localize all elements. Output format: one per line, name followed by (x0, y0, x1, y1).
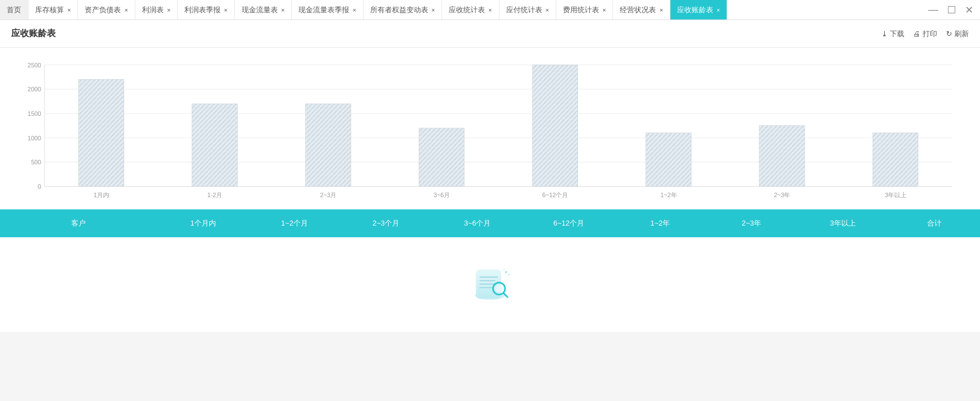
bar-chart: 250020001500100050001月内1-2月2~3月3~6月6~12个… (17, 59, 963, 204)
svg-text:0: 0 (38, 183, 41, 190)
tab-home[interactable]: 首页 (0, 0, 28, 19)
maximize-button[interactable]: ☐ (945, 2, 958, 18)
table-header-0: 客户 (0, 218, 158, 228)
tab-close-ops[interactable]: × (659, 7, 663, 13)
minimize-button[interactable]: — (926, 2, 940, 18)
chart-area: 250020001500100050001月内1-2月2~3月3~6月6~12个… (0, 48, 980, 209)
tab-profit[interactable]: 利润表× (135, 0, 178, 19)
svg-rect-26 (646, 133, 692, 187)
refresh-label: 刷新 (954, 29, 969, 39)
tab-close-ar-aging[interactable]: × (717, 7, 720, 13)
tab-ar-aging[interactable]: 应收账龄表× (670, 0, 727, 19)
svg-rect-20 (306, 104, 351, 187)
tab-cashflow-quarter[interactable]: 现金流量表季报× (292, 0, 363, 19)
svg-rect-24 (532, 65, 578, 186)
page-title: 应收账龄表 (11, 28, 56, 40)
tab-close-balance[interactable]: × (124, 7, 128, 13)
tab-cashflow[interactable]: 现金流量表× (235, 0, 292, 19)
tab-close-profit[interactable]: × (167, 7, 170, 13)
svg-rect-30 (873, 133, 918, 187)
table-header-4: 3~6个月 (432, 218, 523, 228)
empty-illustration (465, 260, 515, 310)
tab-ap-stat[interactable]: 应付统计表× (499, 0, 556, 19)
tab-expense-stat[interactable]: 费用统计表× (556, 0, 613, 19)
download-icon: ⤓ (881, 30, 888, 38)
svg-text:3年以上: 3年以上 (885, 191, 906, 198)
header-actions: ⤓ 下载 🖨 打印 ↻ 刷新 (881, 29, 969, 39)
tab-close-ap-stat[interactable]: × (546, 7, 549, 13)
svg-rect-18 (192, 104, 238, 187)
svg-text:2000: 2000 (28, 86, 41, 92)
page-header: 应收账龄表 ⤓ 下载 🖨 打印 ↻ 刷新 (0, 20, 980, 48)
svg-text:500: 500 (31, 159, 41, 165)
svg-text:2~3月: 2~3月 (320, 191, 336, 198)
refresh-button[interactable]: ↻ 刷新 (946, 29, 969, 39)
tab-bar: 首页库存核算×资产负债表×利润表×利润表季报×现金流量表×现金流量表季报×所有者… (0, 0, 980, 20)
svg-text:1~2年: 1~2年 (660, 191, 677, 198)
svg-text:1月内: 1月内 (94, 191, 109, 198)
table-header-6: 1~2年 (614, 218, 705, 228)
svg-point-44 (503, 269, 504, 270)
tab-close-ar-stat[interactable]: × (488, 7, 492, 13)
svg-text:1500: 1500 (28, 110, 41, 117)
download-button[interactable]: ⤓ 下载 (881, 29, 904, 39)
svg-point-40 (495, 285, 503, 292)
tab-close-expense-stat[interactable]: × (602, 7, 606, 13)
print-button[interactable]: 🖨 打印 (913, 29, 937, 39)
table-header-8: 3年以上 (797, 218, 889, 228)
table-body (0, 237, 980, 332)
svg-rect-22 (419, 128, 464, 187)
svg-text:1-2月: 1-2月 (207, 191, 222, 198)
svg-text:1000: 1000 (28, 134, 41, 141)
tab-equity[interactable]: 所有者权益变动表× (364, 0, 442, 19)
table-header-9: 合计 (889, 218, 980, 228)
main-content: 250020001500100050001月内1-2月2~3月3~6月6~12个… (0, 48, 980, 332)
close-button[interactable]: ✕ (963, 2, 976, 18)
empty-state (454, 248, 526, 321)
svg-rect-28 (759, 126, 805, 187)
tab-profit-quarter[interactable]: 利润表季报× (178, 0, 234, 19)
tab-close-profit-quarter[interactable]: × (224, 7, 227, 13)
table-header: 客户1个月内1~2个月2~3个月3~6个月6~12个月1~2年2~3年3年以上合… (0, 209, 980, 237)
tab-close-cashflow[interactable]: × (281, 7, 285, 13)
tab-close-inventory[interactable]: × (67, 7, 71, 13)
table-header-1: 1个月内 (158, 218, 249, 228)
svg-text:6~12个月: 6~12个月 (542, 191, 568, 198)
table-header-5: 6~12个月 (523, 218, 614, 228)
download-label: 下载 (890, 29, 904, 39)
svg-point-43 (508, 274, 510, 276)
print-icon: 🖨 (913, 30, 920, 38)
svg-text:2~3年: 2~3年 (774, 191, 790, 198)
tab-inventory[interactable]: 库存核算× (28, 0, 78, 19)
svg-text:3~6月: 3~6月 (433, 191, 449, 198)
table-header-3: 2~3个月 (340, 218, 432, 228)
table-header-7: 2~3年 (706, 218, 797, 228)
tab-ops[interactable]: 经营状况表× (613, 0, 670, 19)
refresh-icon: ↻ (946, 30, 952, 38)
svg-point-42 (505, 271, 507, 273)
print-label: 打印 (923, 29, 937, 39)
tab-bar-actions: — ☐ ✕ (926, 2, 980, 18)
tab-close-equity[interactable]: × (432, 7, 435, 13)
tab-ar-stat[interactable]: 应收统计表× (442, 0, 499, 19)
tab-close-cashflow-quarter[interactable]: × (352, 7, 356, 13)
table-header-2: 1~2个月 (249, 218, 340, 228)
chart-container: 250020001500100050001月内1-2月2~3月3~6月6~12个… (17, 59, 963, 204)
svg-text:2500: 2500 (28, 61, 41, 68)
tab-balance[interactable]: 资产负债表× (78, 0, 135, 19)
svg-rect-16 (79, 80, 124, 187)
